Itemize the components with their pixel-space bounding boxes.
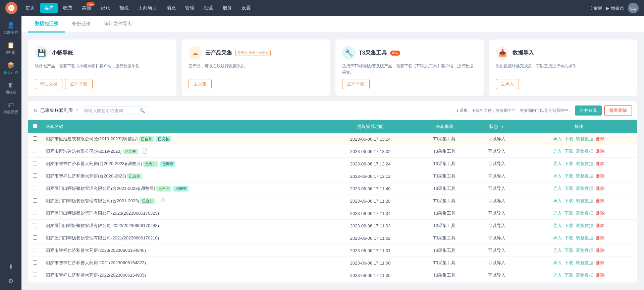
action-删除[interactable]: 删除	[596, 248, 605, 253]
row-checkbox[interactable]	[33, 248, 37, 252]
action-导入[interactable]: 导入	[553, 248, 562, 253]
row-checkbox[interactable]	[33, 198, 37, 203]
action-删除[interactable]: 删除	[596, 211, 605, 216]
action-删除[interactable]: 删除	[596, 149, 605, 154]
nav-manage[interactable]: 管理	[181, 3, 199, 13]
row-checkbox[interactable]	[33, 186, 37, 190]
nav-tax[interactable]: 报税	[115, 3, 133, 13]
nav-service[interactable]: 服务	[219, 3, 236, 13]
go-collect-button[interactable]: 去采集	[189, 79, 212, 89]
download-now-button[interactable]: 立即下载	[65, 79, 93, 89]
batch-delete-button[interactable]: 批量删除	[604, 105, 632, 116]
tab-data-migration[interactable]: 数据包迁移	[28, 16, 65, 32]
action-导入[interactable]: 导入	[553, 136, 562, 141]
action-下载[interactable]: 下载	[565, 273, 573, 278]
action-下载[interactable]: 下载	[565, 223, 573, 228]
action-删除[interactable]: 删除	[596, 235, 605, 240]
action-下载[interactable]: 下载	[565, 198, 573, 203]
row-checkbox[interactable]	[33, 136, 37, 141]
header-status[interactable]: 状态 ▼	[473, 120, 521, 133]
row-checkbox[interactable]	[33, 161, 37, 165]
action-删除[interactable]: 删除	[596, 198, 605, 203]
row-checkbox[interactable]	[33, 260, 37, 265]
action-导入[interactable]: 导入	[553, 149, 562, 154]
action-删除[interactable]: 删除	[596, 136, 605, 141]
action-导入[interactable]: 导入	[553, 235, 562, 240]
action-导入[interactable]: 导入	[553, 211, 562, 216]
row-checkbox[interactable]	[33, 273, 37, 277]
nav-fee[interactable]: 收费	[59, 3, 76, 13]
action-调整数据[interactable]: 调整数据	[576, 248, 593, 253]
action-删除[interactable]: 删除	[596, 186, 605, 191]
cloud-badge[interactable]: 柠檬云 按套一键采集	[235, 50, 271, 56]
action-调整数据[interactable]: 调整数据	[576, 235, 593, 240]
sidebar-settings-button[interactable]: ⚙	[0, 275, 21, 287]
sidebar-item-recycle[interactable]: 🗑 回收站	[0, 79, 21, 97]
action-下载[interactable]: 下载	[565, 186, 573, 191]
action-调整数据[interactable]: 调整数据	[576, 161, 593, 166]
action-导入[interactable]: 导入	[553, 186, 562, 191]
action-调整数据[interactable]: 调整数据	[576, 149, 593, 154]
sidebar-item-all-customers[interactable]: 👤 全部客户	[0, 19, 21, 38]
action-删除[interactable]: 删除	[596, 161, 605, 166]
action-调整数据[interactable]: 调整数据	[576, 173, 593, 178]
nav-message[interactable]: 消息	[162, 3, 180, 13]
tab-backup-migration[interactable]: 备份迁移	[65, 16, 97, 32]
sidebar-item-zero-report[interactable]: 📋 0申报	[0, 39, 21, 58]
member-button[interactable]: ▶ 畅会员	[606, 5, 624, 11]
row-checkbox[interactable]	[33, 211, 37, 215]
action-下载[interactable]: 下载	[565, 248, 573, 253]
action-导入[interactable]: 导入	[553, 161, 562, 166]
search-icon[interactable]: 🔍	[140, 108, 145, 113]
tab-audit-export[interactable]: 审计文件导出	[97, 16, 139, 32]
action-调整数据[interactable]: 调整数据	[576, 273, 593, 278]
action-导入[interactable]: 导入	[553, 260, 562, 265]
action-导入[interactable]: 导入	[553, 223, 562, 228]
sidebar-item-account-migration[interactable]: 📦 账套迁移	[0, 59, 21, 78]
nav-business[interactable]: 工商项目	[134, 3, 161, 13]
action-调整数据[interactable]: 调整数据	[576, 223, 593, 228]
action-导入[interactable]: 导入	[553, 173, 562, 178]
table-scroll-area[interactable]: 账套名称 提取完成时间 账套来源 状态 ▼ 操作 汨罗市恒	[28, 120, 637, 283]
nav-customer[interactable]: 客户	[40, 3, 58, 13]
refresh-icon[interactable]: ↻	[34, 108, 38, 113]
action-调整数据[interactable]: 调整数据	[576, 211, 593, 216]
action-删除[interactable]: 删除	[596, 223, 605, 228]
t3-download-button[interactable]: 立即下载	[342, 79, 370, 89]
action-下载[interactable]: 下载	[565, 136, 573, 141]
action-下载[interactable]: 下载	[565, 173, 573, 178]
search-input[interactable]	[84, 108, 138, 113]
go-import-button[interactable]: 去导入	[496, 79, 519, 89]
action-导入[interactable]: 导入	[553, 198, 562, 203]
merge-accounts-button[interactable]: 合并账套	[575, 105, 602, 116]
sidebar-item-tag-settings[interactable]: 🏷 标签设置	[0, 99, 21, 117]
row-checkbox[interactable]	[33, 235, 37, 240]
action-删除[interactable]: 删除	[596, 173, 605, 178]
action-下载[interactable]: 下载	[565, 235, 573, 240]
row-actions: 导入下载调整数据删除	[521, 158, 637, 170]
action-调整数据[interactable]: 调整数据	[576, 198, 593, 203]
action-导入[interactable]: 导入	[553, 273, 562, 278]
row-checkbox[interactable]	[33, 223, 37, 227]
action-下载[interactable]: 下载	[565, 161, 573, 166]
action-调整数据[interactable]: 调整数据	[576, 186, 593, 191]
nav-settings[interactable]: 设置	[237, 3, 255, 13]
action-删除[interactable]: 删除	[596, 273, 605, 278]
action-下载[interactable]: 下载	[565, 260, 573, 265]
action-下载[interactable]: 下载	[565, 211, 573, 216]
action-下载[interactable]: 下载	[565, 149, 573, 154]
help-icon[interactable]: ?	[76, 108, 78, 113]
user-avatar[interactable]: CE	[628, 3, 639, 13]
action-调整数据[interactable]: 调整数据	[576, 260, 593, 265]
nav-operation[interactable]: 经营	[200, 3, 217, 13]
fullscreen-button[interactable]: ⛶ 全屏	[588, 5, 602, 11]
action-删除[interactable]: 删除	[596, 260, 605, 265]
row-checkbox[interactable]	[33, 149, 37, 153]
action-调整数据[interactable]: 调整数据	[576, 136, 593, 141]
row-checkbox[interactable]	[33, 173, 37, 178]
sidebar-download-button[interactable]: ⬇	[0, 261, 21, 273]
select-all-checkbox[interactable]	[33, 124, 37, 128]
nav-bookkeeping[interactable]: 记账	[97, 3, 114, 13]
nav-home[interactable]: 首页	[21, 3, 39, 13]
help-doc-button[interactable]: 帮助文档	[35, 79, 62, 89]
